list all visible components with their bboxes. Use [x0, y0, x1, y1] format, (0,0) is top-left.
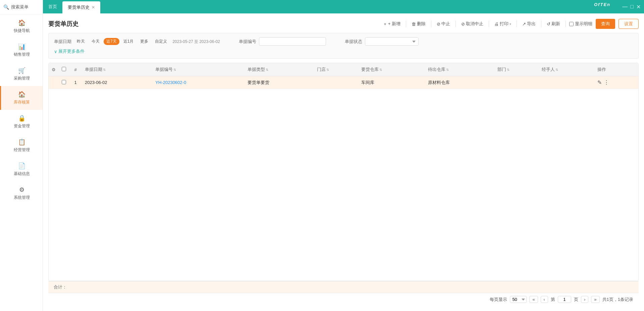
- table-body: 1 2023-06-02 YH-20230602-0 要货单要货 车间库 原材料…: [49, 76, 638, 89]
- first-page-button[interactable]: «: [529, 296, 538, 303]
- next-page-button[interactable]: ›: [581, 296, 588, 303]
- page-input[interactable]: [558, 296, 571, 303]
- date-btn-更多[interactable]: 更多: [138, 38, 151, 45]
- maximize-button[interactable]: □: [630, 4, 634, 10]
- main-area: 首页要货单历史✕ OfTEn — □ ✕ 要货单历史 + + 新增 🗑 删除: [43, 0, 644, 311]
- divider-5: [517, 20, 517, 27]
- print-icon: 🖨: [494, 21, 499, 27]
- sort-icon-dept: ⇅: [507, 68, 509, 72]
- divider-1: [406, 20, 406, 27]
- delete-button[interactable]: 🗑 删除: [410, 19, 428, 28]
- doc-no-link[interactable]: YH-20230602-0: [155, 80, 186, 85]
- sidebar-item-system[interactable]: ⚙ 系统管理: [0, 181, 43, 205]
- th-num: #: [69, 63, 82, 76]
- th-handler[interactable]: 经手人⇅: [539, 63, 595, 76]
- status-select[interactable]: [365, 37, 419, 46]
- last-page-button[interactable]: »: [591, 296, 599, 303]
- search-icon: 🔍: [3, 4, 9, 10]
- row-actions: ✎ ⋮: [595, 76, 638, 89]
- sidebar-icon-operation: 📋: [18, 138, 25, 146]
- row-doc-no: YH-20230602-0: [153, 76, 245, 89]
- sidebar-item-inventory[interactable]: 🏠 库存核算: [0, 86, 43, 110]
- sidebar-item-finance[interactable]: 🔒 资金管理: [0, 110, 43, 134]
- print-button[interactable]: 🖨 打印 ▾: [492, 19, 513, 28]
- status-filter-group: 单据状态: [345, 37, 419, 46]
- sidebar-item-quick-nav[interactable]: 🏠 快捷导航: [0, 14, 43, 38]
- query-button[interactable]: 查询: [596, 19, 615, 29]
- export-icon: ↗: [522, 21, 526, 27]
- data-table: ⚙ # 单据日期⇅ 单据编号⇅ 单据类型⇅: [49, 63, 638, 89]
- cancel-stop-button[interactable]: ⊘ 取消中止: [459, 19, 485, 28]
- expand-icon: ∨: [54, 49, 57, 54]
- minimize-button[interactable]: —: [622, 4, 628, 10]
- th-store[interactable]: 门店⇅: [314, 63, 359, 76]
- sidebar-icon-inventory: 🏠: [18, 91, 25, 98]
- expand-filter-button[interactable]: ∨ 展开更多条件: [54, 48, 633, 54]
- sidebar: 🔍 搜索菜单 🏠 快捷导航 📊 销售管理 🛒 采购管理 🏠 库存核算 🔒 资金管…: [0, 0, 43, 311]
- tab-close-requisition-history[interactable]: ✕: [92, 5, 95, 10]
- th-department[interactable]: 部门⇅: [495, 63, 539, 76]
- select-all-checkbox[interactable]: [62, 67, 66, 71]
- settings-button[interactable]: 设置: [619, 19, 639, 29]
- th-settings[interactable]: ⚙: [49, 63, 59, 76]
- row-edit-icon[interactable]: ✎: [597, 79, 602, 86]
- tab-label-requisition-history: 要货单历史: [68, 4, 90, 10]
- date-filter-buttons: 昨天今天近7天近1月更多自定义: [74, 38, 170, 45]
- sidebar-label-basic: 基础信息: [14, 171, 30, 177]
- new-button[interactable]: + + 新增: [382, 19, 402, 28]
- th-doc-date[interactable]: 单据日期⇅: [82, 63, 153, 76]
- page-size-select[interactable]: 50 10 20 100: [510, 296, 527, 303]
- sidebar-search[interactable]: 🔍 搜索菜单: [0, 0, 43, 14]
- row-more-icon[interactable]: ⋮: [604, 79, 609, 86]
- doc-no-input[interactable]: [259, 37, 326, 46]
- sidebar-label-purchase: 采购管理: [14, 76, 30, 81]
- th-doc-no[interactable]: 单据编号⇅: [153, 63, 245, 76]
- page-header: 要货单历史 + + 新增 🗑 删除 ⊘ 中止 ⊘: [48, 19, 639, 29]
- tab-requisition-history[interactable]: 要货单历史✕: [62, 1, 100, 13]
- th-checkbox: [59, 63, 69, 76]
- new-icon: +: [384, 21, 386, 27]
- date-btn-昨天[interactable]: 昨天: [74, 38, 88, 45]
- row-store: [314, 76, 359, 89]
- print-dropdown-icon: ▾: [509, 22, 511, 26]
- th-req-warehouse[interactable]: 要货仓库⇅: [359, 63, 425, 76]
- sidebar-icon-finance: 🔒: [18, 115, 25, 122]
- total-info: 共1页，1条记录: [602, 297, 633, 303]
- show-detail-checkbox[interactable]: [569, 22, 574, 26]
- sort-icon-type: ⇅: [266, 68, 268, 72]
- show-detail-label: 显示明细: [569, 21, 592, 27]
- window-controls: — □ ✕: [622, 4, 644, 10]
- row-checkbox-0[interactable]: [62, 80, 66, 84]
- sidebar-item-sales[interactable]: 📊 销售管理: [0, 38, 43, 62]
- sidebar-label-sales: 销售管理: [14, 52, 30, 57]
- th-doc-type[interactable]: 单据类型⇅: [245, 63, 314, 76]
- sidebar-label-quick-nav: 快捷导航: [14, 28, 30, 34]
- divider-4: [489, 20, 489, 27]
- sidebar-label-system: 系统管理: [14, 195, 30, 201]
- table-row: 1 2023-06-02 YH-20230602-0 要货单要货 车间库 原材料…: [49, 76, 638, 89]
- row-doc-type: 要货单要货: [245, 76, 314, 89]
- date-btn-近1月[interactable]: 近1月: [121, 38, 137, 45]
- sidebar-icon-sales: 📊: [18, 43, 25, 50]
- refresh-button[interactable]: ↺ 刷新: [545, 19, 562, 28]
- sidebar-icon-purchase: 🛒: [18, 67, 25, 74]
- tab-home[interactable]: 首页: [43, 0, 62, 13]
- date-btn-自定义[interactable]: 自定义: [152, 38, 170, 45]
- date-filter-group: 单据日期 昨天今天近7天近1月更多自定义 2023-05-27 至 2023-0…: [54, 38, 220, 45]
- sort-icon-pending-wh: ⇅: [446, 68, 449, 72]
- prev-page-button[interactable]: ‹: [541, 296, 548, 303]
- stop-button[interactable]: ⊘ 中止: [435, 19, 452, 28]
- export-button[interactable]: ↗ 导出: [520, 19, 538, 28]
- date-btn-今天[interactable]: 今天: [89, 38, 102, 45]
- sort-icon-no: ⇅: [173, 68, 176, 72]
- page-label: 页: [574, 297, 578, 303]
- table-container: ⚙ # 单据日期⇅ 单据编号⇅ 单据类型⇅: [48, 63, 639, 281]
- row-pending-warehouse: 原材料仓库: [425, 76, 495, 89]
- sidebar-item-operation[interactable]: 📋 经营管理: [0, 134, 43, 158]
- table-header-row: ⚙ # 单据日期⇅ 单据编号⇅ 单据类型⇅: [49, 63, 638, 76]
- close-button[interactable]: ✕: [636, 4, 641, 10]
- sidebar-item-purchase[interactable]: 🛒 采购管理: [0, 62, 43, 86]
- th-pending-warehouse[interactable]: 待出仓库⇅: [425, 63, 495, 76]
- date-btn-近7天[interactable]: 近7天: [104, 38, 119, 45]
- sidebar-item-basic[interactable]: 📄 基础信息: [0, 158, 43, 181]
